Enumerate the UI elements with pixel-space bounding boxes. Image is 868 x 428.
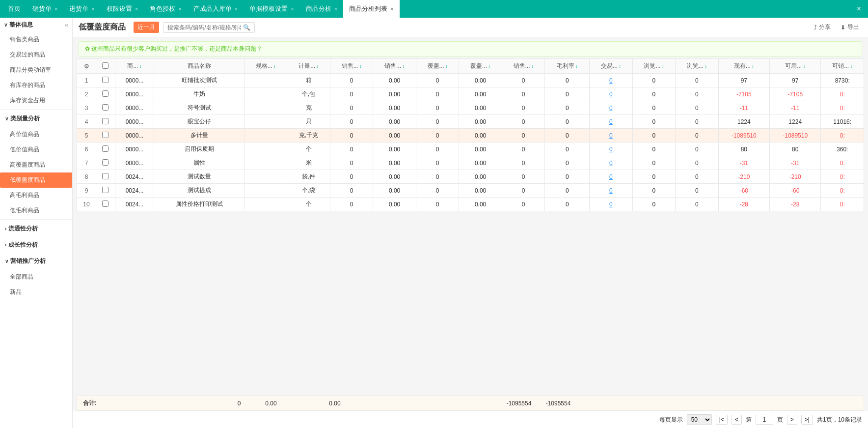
share-button[interactable]: ⤴ 分享 (811, 22, 834, 33)
close-icon[interactable]: × (390, 6, 393, 12)
col-trade[interactable]: 交易... ↕ (590, 59, 632, 74)
row-checkbox[interactable] (102, 187, 108, 193)
table-cell: 0.00 (373, 129, 416, 143)
window-close-button[interactable]: × (852, 4, 866, 13)
row-checkbox[interactable] (102, 145, 108, 152)
row-checkbox[interactable] (102, 173, 108, 179)
browse-link[interactable]: 0 (590, 156, 632, 170)
sidebar-item-high-coverage[interactable]: 高覆盖度商品 (0, 157, 72, 172)
sidebar-item-category-rate[interactable]: 商品分类动销率 (0, 62, 72, 78)
table-cell: -210 (770, 170, 821, 184)
col-cov1[interactable]: 覆盖... ↕ (416, 59, 459, 74)
col-sales-amt[interactable]: 销售... ↕ (373, 59, 416, 74)
settings-icon[interactable]: ⚙ (84, 63, 89, 70)
sidebar-section-flow[interactable]: › 流通性分析 (0, 221, 72, 237)
col-stock1[interactable]: 现有... ↕ (718, 59, 769, 74)
col-saleable[interactable]: 可销... ↕ (821, 59, 864, 74)
browse-link[interactable]: 0 (590, 74, 632, 87)
date-filter-button[interactable]: 近一月 (134, 22, 159, 33)
prev-page-button[interactable]: < (732, 415, 742, 425)
close-icon[interactable]: × (235, 6, 238, 12)
row-checkbox[interactable] (102, 132, 108, 138)
col-code[interactable]: 商... ↕ (115, 59, 154, 74)
tab-finished-goods[interactable]: 产成品入库单 × (188, 0, 244, 18)
close-icon[interactable]: × (91, 6, 94, 12)
close-icon[interactable]: × (135, 6, 138, 12)
col-name[interactable]: 商品名称 (154, 59, 244, 74)
col-sales-rate[interactable]: 销售... ↕ (502, 59, 544, 74)
sidebar-item-all-goods[interactable]: 全部商品 (0, 269, 72, 285)
table-wrapper: ⚙ 商... ↕ 商品名称 规格... ↕ 计量... ↕ 销售... ↕ 销售… (73, 58, 868, 396)
browse-link[interactable]: 0 (590, 87, 632, 101)
col-browse1[interactable]: 浏览... ↕ (632, 59, 675, 74)
sidebar-item-sales-goods[interactable]: 销售类商品 (0, 32, 72, 47)
sidebar-item-low-margin[interactable]: 低毛利商品 (0, 203, 72, 218)
select-all-checkbox[interactable] (102, 62, 108, 69)
sidebar-item-new-goods[interactable]: 新品 (0, 285, 72, 300)
tab-product-analysis[interactable]: 商品分析 × (300, 0, 343, 18)
sidebar-item-traded-goods[interactable]: 交易过的商品 (0, 47, 72, 62)
tab-sales-order[interactable]: 销货单 × (27, 0, 63, 18)
sidebar-item-stock-goods[interactable]: 有库存的商品 (0, 78, 72, 93)
search-input[interactable] (167, 24, 241, 31)
tab-permissions[interactable]: 权限设置 × (101, 0, 144, 18)
close-icon[interactable]: × (291, 6, 294, 12)
table-cell: 0.00 (459, 156, 502, 170)
table-cell: 0000... (115, 156, 154, 170)
sidebar-item-high-margin[interactable]: 高毛利商品 (0, 188, 72, 203)
sort-icon: ↕ (138, 64, 141, 69)
tab-template-settings[interactable]: 单据模板设置 × (244, 0, 299, 18)
pagination-bar: 每页显示 50 20 100 |< < 第 页 > >| 共1页，10条记录 (73, 411, 868, 428)
sidebar-section-growth[interactable]: › 成长性分析 (0, 237, 72, 253)
browse-link[interactable]: 0 (590, 101, 632, 115)
sidebar-item-low-value[interactable]: 低价值商品 (0, 142, 72, 157)
row-checkbox[interactable] (102, 77, 108, 83)
close-icon[interactable]: × (178, 6, 181, 12)
table-row: 40000...眼宝公仔只00.0000.0000000122412241101… (77, 115, 864, 129)
sidebar-section-marketing[interactable]: ∨ 营销推广分析 (0, 253, 72, 269)
sidebar-collapse-button[interactable]: « (65, 21, 68, 29)
browse-link[interactable]: 0 (590, 143, 632, 156)
browse-link[interactable]: 0 (590, 198, 632, 211)
col-spec[interactable]: 规格... ↕ (244, 59, 287, 74)
per-page-select[interactable]: 50 20 100 (687, 414, 712, 425)
page-input[interactable] (756, 415, 773, 425)
close-icon[interactable]: × (334, 6, 337, 12)
close-icon[interactable]: × (54, 6, 57, 12)
tab-product-analysis-list[interactable]: 商品分析列表 × (343, 0, 399, 18)
col-cov2[interactable]: 覆盖... ↕ (459, 59, 502, 74)
col-settings[interactable]: ⚙ (77, 59, 96, 74)
browse-link[interactable]: 0 (590, 184, 632, 198)
col-checkbox[interactable] (96, 59, 115, 74)
sidebar-section-category-analysis[interactable]: ∨ 类别量分析 (0, 111, 72, 127)
last-page-button[interactable]: >| (801, 415, 813, 425)
col-stock2[interactable]: 可用... ↕ (770, 59, 821, 74)
sidebar-section-overview[interactable]: ∨ 整体信息 (4, 21, 33, 29)
tab-role-auth[interactable]: 角色授权 × (144, 0, 187, 18)
browse-link[interactable]: 0 (590, 129, 632, 143)
sort-icon: ↕ (574, 64, 578, 69)
row-checkbox[interactable] (102, 118, 108, 124)
col-browse2[interactable]: 浏览... ↕ (676, 59, 718, 74)
table-cell: 眼宝公仔 (154, 115, 244, 129)
browse-link[interactable]: 0 (590, 115, 632, 129)
row-checkbox[interactable] (102, 200, 108, 207)
export-button[interactable]: ⬇ 导出 (838, 22, 862, 33)
first-page-button[interactable]: |< (716, 415, 728, 425)
col-unit[interactable]: 计量... ↕ (287, 59, 330, 74)
sidebar-item-high-value[interactable]: 高价值商品 (0, 127, 72, 142)
tab-purchase[interactable]: 进货单 × (63, 0, 100, 18)
row-checkbox[interactable] (102, 104, 108, 111)
col-sales-qty[interactable]: 销售... ↕ (330, 59, 373, 74)
search-icon[interactable]: 🔍 (243, 24, 250, 31)
browse-link[interactable]: 0 (590, 170, 632, 184)
row-checkbox[interactable] (102, 90, 108, 97)
tab-home[interactable]: 首页 (2, 0, 27, 18)
sidebar-item-stock-capital[interactable]: 库存资金占用 (0, 93, 72, 108)
table-cell: 0000... (115, 87, 154, 101)
table-cell: 0 (676, 184, 718, 198)
col-gross-rate[interactable]: 毛利率 ↕ (545, 59, 590, 74)
next-page-button[interactable]: > (787, 415, 797, 425)
row-checkbox[interactable] (102, 159, 108, 166)
sidebar-item-low-coverage[interactable]: 低覆盖度商品 (0, 172, 72, 188)
